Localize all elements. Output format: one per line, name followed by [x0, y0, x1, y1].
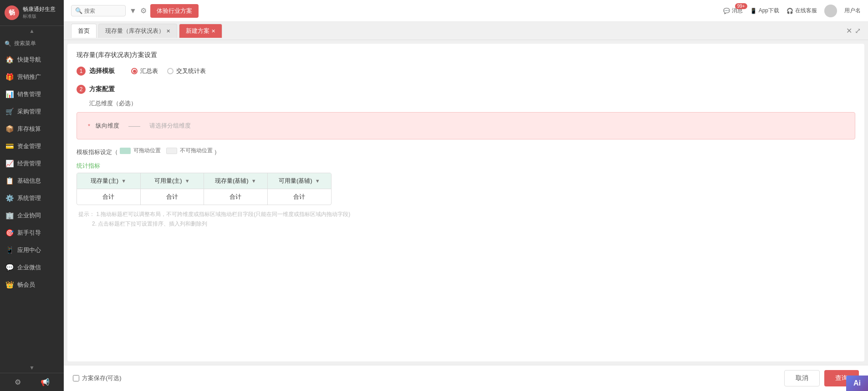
radio-cross-circle	[167, 68, 174, 74]
tab-inventory-status[interactable]: 现存量（库存状况表） ✕	[98, 24, 177, 38]
stats-col-header-2[interactable]: 可用量(主) ▼	[141, 173, 204, 189]
sidebar-item-new-guide[interactable]: 🎯 新手引导	[0, 224, 64, 242]
settings-icon: ⚙️	[5, 194, 14, 202]
gear-footer-icon[interactable]: ⚙	[15, 378, 21, 386]
sidebar-item-system[interactable]: ⚙️ 系统管理	[0, 190, 64, 207]
sidebar-item-wechat[interactable]: 💬 企业微信	[0, 259, 64, 276]
radio-summary[interactable]: 汇总表	[131, 67, 158, 75]
sidebar-item-quick-nav[interactable]: 🏠 快捷导航	[0, 51, 64, 68]
sidebar-search[interactable]: 🔍 搜索菜单	[0, 36, 64, 51]
tab-home[interactable]: 首页	[71, 24, 97, 38]
section2-num: 2	[77, 85, 86, 94]
message-icon: 💬	[723, 8, 730, 14]
template-options: 汇总表 交叉统计表	[131, 67, 206, 75]
tip-item-2: 2. 点击标题栏下拉可设置排序、插入列和删除列	[78, 220, 855, 228]
search-icon: 🔍	[5, 41, 11, 47]
speaker-icon[interactable]: 📢	[41, 378, 50, 386]
sidebar-nav: 🏠 快捷导航 🎁 营销推广 📊 销售管理 🛒 采购管理 📦 库存核算 💳 资金管…	[0, 51, 64, 363]
tab-new-plan[interactable]: 新建方案 ✕	[179, 24, 222, 38]
topbar-left: 🔍 ▼ ⚙ 体验行业方案	[71, 4, 718, 18]
online-service-button[interactable]: 🎧 在线客服	[786, 7, 817, 15]
user-avatar[interactable]	[824, 5, 837, 17]
window-close-icon[interactable]: ✕	[846, 26, 852, 35]
gift-icon: 🎁	[5, 73, 14, 81]
sidebar-item-marketing[interactable]: 🎁 营销推广	[0, 68, 64, 86]
chevron-col4-icon: ▼	[315, 178, 320, 184]
box-icon: 📦	[5, 125, 14, 133]
save-option: 方案保存(可选)	[73, 374, 122, 382]
topbar: 🔍 ▼ ⚙ 体验行业方案 💬 消息 99+ 📱 App下载 🎧 在线客服 用户名	[64, 0, 868, 22]
chevron-col2-icon: ▼	[185, 178, 190, 184]
industry-plan-button[interactable]: 体验行业方案	[150, 4, 199, 18]
sidebar-item-operations[interactable]: 📈 经营管理	[0, 155, 64, 172]
legend-non-draggable: 不可拖动位置	[166, 147, 213, 154]
app-download-button[interactable]: 📱 App下载	[750, 7, 779, 15]
legend-draggable: 可拖动位置	[120, 147, 161, 154]
sidebar-item-inventory[interactable]: 📦 库存核算	[0, 120, 64, 138]
stats-col-header-1[interactable]: 现存量(主) ▼	[77, 173, 141, 189]
target-icon: 🎯	[5, 229, 14, 237]
indicator-label-row: 模板指标设定（ 可拖动位置 不可拖动位置 ）	[77, 147, 855, 156]
sidebar-scroll-down[interactable]: ▼	[0, 363, 64, 373]
app-logo-text: 畅康通好生意 标准版	[23, 6, 56, 20]
stats-title: 统计指标	[77, 162, 855, 170]
page-title: 现存量(库存状况表)方案设置	[77, 51, 855, 59]
mobile-download-icon: 📱	[750, 8, 757, 14]
tab-new-plan-close-icon[interactable]: ✕	[211, 28, 215, 34]
footer-bar: 方案保存(可选) 取消 查询	[64, 365, 868, 391]
radio-cross[interactable]: 交叉统计表	[167, 67, 206, 75]
ai-float-button[interactable]: Ai	[846, 376, 868, 391]
topbar-right: 💬 消息 99+ 📱 App下载 🎧 在线客服 用户名	[723, 5, 861, 17]
topbar-search-box[interactable]: 🔍	[71, 5, 126, 16]
dimension-name: 纵向维度	[96, 122, 119, 130]
dimension-placeholder[interactable]: 请选择分组维度	[149, 122, 191, 130]
tips-area: 提示： 1.拖动标题栏可以调整布局，不可跨维度或指标区域拖动栏目字段(只能在同一…	[77, 211, 855, 228]
radio-summary-circle	[131, 68, 138, 74]
sidebar-item-base-info[interactable]: 📋 基础信息	[0, 172, 64, 190]
stats-col-header-3[interactable]: 现存量(基辅) ▼	[204, 173, 268, 189]
headset-icon: 🎧	[786, 8, 793, 14]
non-draggable-box	[166, 148, 177, 154]
sidebar-footer: ⚙ 📢	[0, 373, 64, 391]
section1-label: 选择模板	[89, 67, 115, 75]
sidebar-item-finance[interactable]: 💳 资金管理	[0, 138, 64, 155]
crown-icon: 👑	[5, 281, 14, 289]
topbar-search-input[interactable]	[84, 8, 121, 14]
sidebar-item-member[interactable]: 👑 畅会员	[0, 276, 64, 293]
message-button[interactable]: 💬 消息 99+	[723, 7, 743, 15]
save-checkbox[interactable]	[73, 375, 79, 381]
topbar-gear-icon[interactable]: ⚙	[140, 6, 147, 15]
clipboard-icon: 📋	[5, 177, 14, 185]
chat-icon: 💬	[5, 263, 14, 272]
topbar-dropdown-icon[interactable]: ▼	[129, 7, 137, 15]
stats-cell-3: 合计	[204, 189, 268, 205]
sidebar-item-app-center[interactable]: 📱 应用中心	[0, 242, 64, 259]
sidebar-item-sales[interactable]: 📊 销售管理	[0, 86, 64, 103]
stats-cell-2: 合计	[141, 189, 204, 205]
main-area: 🔍 ▼ ⚙ 体验行业方案 💬 消息 99+ 📱 App下载 🎧 在线客服 用户名	[64, 0, 868, 391]
cart-icon: 🛒	[5, 108, 14, 116]
sidebar-scroll-up[interactable]: ▲	[0, 26, 64, 36]
window-expand-icon[interactable]: ⤢	[855, 26, 861, 35]
topbar-search-icon: 🔍	[75, 7, 82, 14]
indicator-label-text: 模板指标设定（ 可拖动位置 不可拖动位置 ）	[77, 147, 220, 156]
sidebar-item-purchase[interactable]: 🛒 采购管理	[0, 103, 64, 120]
sidebar-item-enterprise[interactable]: 🏢 企业协同	[0, 207, 64, 224]
home-icon: 🏠	[5, 56, 14, 64]
stats-cell-4: 合计	[268, 189, 332, 205]
radio-summary-label: 汇总表	[140, 67, 158, 75]
draggable-box	[120, 148, 131, 154]
stats-col-header-4[interactable]: 可用量(基辅) ▼	[268, 173, 332, 189]
username-label[interactable]: 用户名	[844, 7, 861, 15]
save-label: 方案保存(可选)	[82, 374, 122, 382]
stats-cell-1: 合计	[77, 189, 141, 205]
dimension-required-mark: *	[88, 123, 90, 129]
cancel-button[interactable]: 取消	[784, 370, 820, 386]
tab-inventory-close-icon[interactable]: ✕	[166, 28, 170, 34]
tabbar: 首页 现存量（库存状况表） ✕ 新建方案 ✕ ✕ ⤢	[64, 22, 868, 40]
section2-header: 2 方案配置	[77, 85, 855, 94]
app-logo-icon: 畅	[5, 5, 19, 20]
window-controls: ✕ ⤢	[846, 26, 861, 35]
message-badge: 99+	[735, 3, 747, 9]
stats-section: 统计指标 现存量(主) ▼ 可用量(主) ▼ 现存量(基辅)	[77, 162, 855, 205]
